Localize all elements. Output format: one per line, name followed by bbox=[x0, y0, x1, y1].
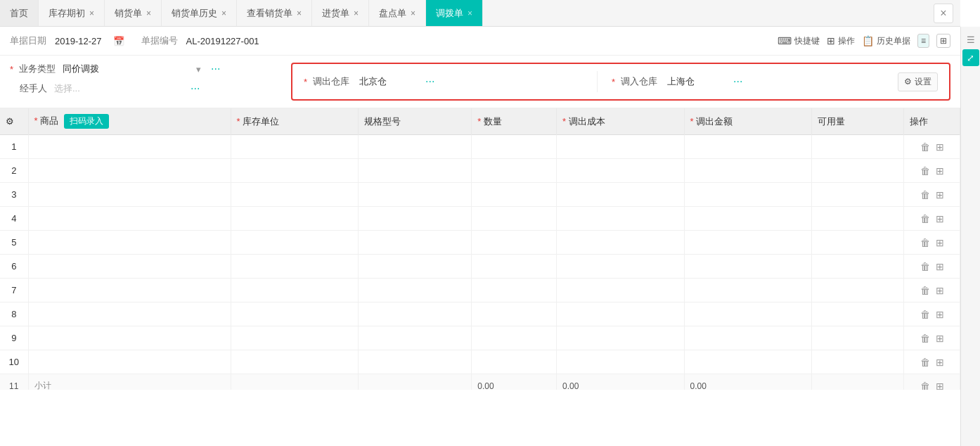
cell-qty[interactable] bbox=[472, 279, 557, 302]
handler-placeholder[interactable]: 选择... bbox=[54, 82, 181, 95]
cell-amount[interactable] bbox=[684, 279, 812, 302]
cell-amount[interactable] bbox=[684, 183, 812, 207]
cell-cost[interactable] bbox=[557, 279, 685, 302]
cell-amount[interactable] bbox=[684, 255, 812, 279]
cell-product[interactable] bbox=[28, 231, 231, 255]
cell-unit[interactable] bbox=[231, 183, 359, 207]
scan-barcode-button[interactable]: 扫码录入 bbox=[64, 114, 109, 129]
cell-available[interactable] bbox=[812, 207, 904, 231]
cell-available[interactable] bbox=[812, 326, 904, 350]
cell-qty[interactable] bbox=[472, 326, 557, 350]
tab-transfer[interactable]: 调拨单 × bbox=[426, 0, 483, 26]
cell-product[interactable] bbox=[28, 302, 231, 326]
cell-cost[interactable] bbox=[557, 135, 685, 159]
cell-available[interactable] bbox=[812, 159, 904, 183]
cell-available[interactable] bbox=[812, 350, 904, 374]
cell-spec[interactable] bbox=[359, 279, 472, 302]
cell-qty[interactable] bbox=[472, 350, 557, 374]
tab-close-purchase-order[interactable]: × bbox=[354, 8, 359, 18]
calendar-icon[interactable]: 📅 bbox=[113, 35, 124, 46]
cell-available[interactable] bbox=[812, 231, 904, 255]
cell-product[interactable] bbox=[28, 255, 231, 279]
cell-product[interactable] bbox=[28, 326, 231, 350]
cell-spec[interactable] bbox=[359, 231, 472, 255]
cell-unit[interactable] bbox=[231, 135, 359, 159]
tab-home[interactable]: 首页 bbox=[0, 0, 39, 26]
copy-row-icon[interactable]: ⊞ bbox=[936, 309, 944, 320]
cell-qty[interactable] bbox=[472, 183, 557, 207]
cell-amount[interactable] bbox=[684, 302, 812, 326]
cell-cost[interactable] bbox=[557, 183, 685, 207]
tab-inventory-init[interactable]: 库存期初 × bbox=[39, 0, 105, 26]
cell-unit[interactable] bbox=[231, 207, 359, 231]
cell-unit[interactable] bbox=[231, 231, 359, 255]
cell-cost[interactable] bbox=[557, 231, 685, 255]
cell-qty[interactable] bbox=[472, 159, 557, 183]
operations-button[interactable]: ⊞ 操作 bbox=[827, 35, 855, 47]
cell-available[interactable] bbox=[812, 183, 904, 207]
copy-row-icon[interactable]: ⊞ bbox=[936, 333, 944, 344]
cell-unit[interactable] bbox=[231, 302, 359, 326]
copy-row-icon[interactable]: ⊞ bbox=[936, 285, 944, 296]
tab-close-sales-order[interactable]: × bbox=[146, 8, 151, 18]
cell-spec[interactable] bbox=[359, 350, 472, 374]
tab-close-stocktake[interactable]: × bbox=[411, 8, 415, 18]
window-close-button[interactable]: × bbox=[934, 4, 953, 23]
quick-keys-button[interactable]: ⌨ 快捷键 bbox=[778, 35, 820, 47]
delete-row-icon[interactable]: 🗑 bbox=[920, 141, 930, 153]
delete-row-icon[interactable]: 🗑 bbox=[920, 333, 930, 344]
cell-qty[interactable] bbox=[472, 135, 557, 159]
cell-cost[interactable] bbox=[557, 159, 685, 183]
cell-product[interactable] bbox=[28, 350, 231, 374]
copy-row-icon[interactable]: ⊞ bbox=[936, 189, 944, 200]
cell-available[interactable] bbox=[812, 255, 904, 279]
tab-sales-history[interactable]: 销货单历史 × bbox=[162, 0, 237, 26]
cell-spec[interactable] bbox=[359, 255, 472, 279]
delete-row-icon[interactable]: 🗑 bbox=[920, 189, 930, 200]
cell-qty[interactable] bbox=[472, 207, 557, 231]
cell-spec[interactable] bbox=[359, 207, 472, 231]
copy-row-icon[interactable]: ⊞ bbox=[936, 237, 944, 248]
cell-amount[interactable] bbox=[684, 207, 812, 231]
tab-purchase-order[interactable]: 进货单 × bbox=[312, 0, 369, 26]
col-gear[interactable]: ⚙ bbox=[0, 108, 28, 135]
copy-row-icon[interactable]: ⊞ bbox=[936, 381, 944, 390]
cell-product[interactable] bbox=[28, 279, 231, 302]
cell-cost[interactable] bbox=[557, 350, 685, 374]
cell-spec[interactable] bbox=[359, 135, 472, 159]
cell-spec[interactable] bbox=[359, 302, 472, 326]
cell-product[interactable] bbox=[28, 183, 231, 207]
cell-unit[interactable] bbox=[231, 159, 359, 183]
handler-more[interactable]: ··· bbox=[191, 82, 200, 95]
cell-qty[interactable] bbox=[472, 302, 557, 326]
cell-available[interactable] bbox=[812, 279, 904, 302]
cell-amount[interactable] bbox=[684, 159, 812, 183]
copy-row-icon[interactable]: ⊞ bbox=[936, 261, 944, 272]
tab-close-sales-history[interactable]: × bbox=[221, 8, 226, 18]
cell-available[interactable] bbox=[812, 135, 904, 159]
tab-close-view-sales[interactable]: × bbox=[297, 8, 302, 18]
tab-close-inventory-init[interactable]: × bbox=[89, 8, 94, 18]
tab-view-sales[interactable]: 查看销货单 × bbox=[237, 0, 312, 26]
cell-cost[interactable] bbox=[557, 302, 685, 326]
layout-btn-1[interactable]: ≡ bbox=[917, 34, 929, 48]
copy-row-icon[interactable]: ⊞ bbox=[936, 213, 944, 224]
cell-cost[interactable] bbox=[557, 255, 685, 279]
in-warehouse-more[interactable]: ··· bbox=[733, 75, 742, 88]
cell-unit[interactable] bbox=[231, 350, 359, 374]
layout-btn-2[interactable]: ⊞ bbox=[936, 34, 950, 48]
cell-unit[interactable] bbox=[231, 279, 359, 302]
business-type-dropdown[interactable]: ▾ bbox=[196, 64, 201, 75]
delete-row-icon[interactable]: 🗑 bbox=[920, 165, 930, 177]
cell-cost[interactable] bbox=[557, 326, 685, 350]
history-docs-button[interactable]: 📋 历史单据 bbox=[862, 35, 910, 47]
cell-spec[interactable] bbox=[359, 326, 472, 350]
cell-spec[interactable] bbox=[359, 183, 472, 207]
delete-row-icon[interactable]: 🗑 bbox=[920, 261, 930, 272]
sidebar-expand-icon[interactable]: ⤢ bbox=[962, 49, 979, 66]
sidebar-list-icon[interactable]: ☰ bbox=[962, 31, 979, 48]
tab-close-transfer[interactable]: × bbox=[468, 8, 472, 18]
copy-row-icon[interactable]: ⊞ bbox=[936, 141, 944, 153]
cell-amount[interactable] bbox=[684, 231, 812, 255]
delete-row-icon[interactable]: 🗑 bbox=[920, 213, 930, 224]
